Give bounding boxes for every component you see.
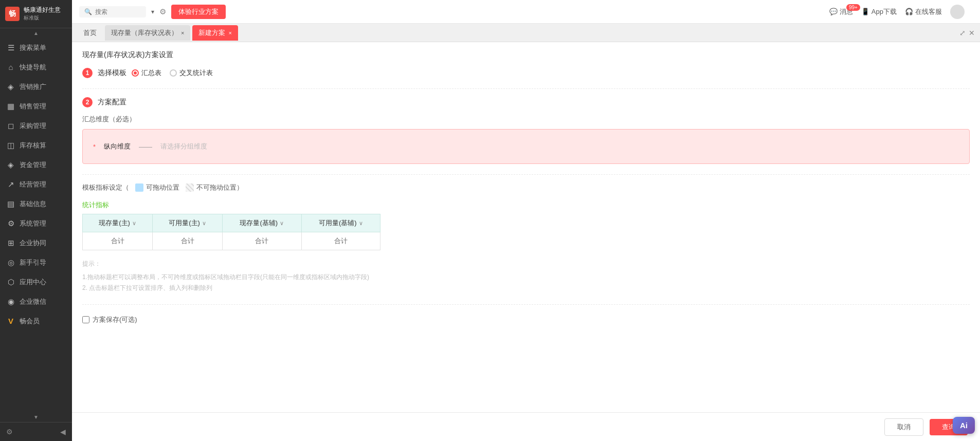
radio-cross-label: 交叉统计表	[179, 68, 213, 78]
compass-icon: ◎	[6, 258, 15, 267]
dimension-placeholder: 请选择分组维度	[160, 142, 207, 151]
stats-label: 统计指标	[82, 200, 970, 210]
draggable-box	[135, 183, 143, 192]
sidebar: 畅 畅康通好生意 标准版 ▲ ☰ 搜索菜单 ⌂ 快捷导航 ◈ 营销推广 ▦ 销售…	[0, 0, 72, 441]
col-header-4[interactable]: 可用量(基辅) ∨	[301, 214, 380, 232]
template-indicator-label: 模板指标设定（	[82, 183, 129, 192]
sidebar-item-label: 企业协同	[20, 238, 46, 248]
dimension-box[interactable]: * 纵向维度 —— 请选择分组维度	[82, 129, 970, 164]
vip-icon: V	[6, 317, 15, 325]
sidebar-item-basic-info[interactable]: ▤ 基础信息	[0, 194, 72, 214]
cart-icon: ◻	[6, 121, 15, 131]
topbar-dropdown[interactable]: ▾	[151, 8, 154, 15]
message-icon: 💬	[829, 8, 838, 15]
sidebar-item-weixin[interactable]: ◉ 企业微信	[0, 292, 72, 311]
tab-inventory-close[interactable]: ×	[181, 30, 184, 36]
chart-icon: ▦	[6, 102, 15, 111]
sidebar-item-label: 新手引导	[20, 258, 46, 267]
radio-summary-dot	[132, 69, 139, 77]
topbar: 🔍 ▾ ⚙ 体验行业方案 💬 消息 99+ 📱 App下载 🎧 在线客服	[72, 0, 980, 24]
col-1-chevron: ∨	[132, 220, 136, 227]
message-badge: 99+	[846, 4, 860, 11]
service-button[interactable]: 🎧 在线客服	[905, 7, 942, 16]
col-header-1[interactable]: 现存量(主) ∨	[83, 214, 153, 232]
radio-cross[interactable]: 交叉统计表	[170, 68, 213, 78]
col-4-name: 可用量(基辅)	[319, 218, 357, 228]
col-2-name: 可用量(主)	[169, 218, 200, 228]
topbar-search-area[interactable]: 🔍	[79, 6, 146, 17]
sidebar-item-inventory[interactable]: ◫ 库存核算	[0, 136, 72, 155]
tab-close-all-icon[interactable]: ✕	[969, 29, 975, 37]
sidebar-item-label: 搜索菜单	[20, 43, 46, 52]
step1-section: 1 选择模板 汇总表 交叉统计表	[82, 68, 970, 78]
step1-radios: 汇总表 交叉统计表	[132, 68, 213, 78]
page-title: 现存量(库存状况表)方案设置	[82, 50, 970, 60]
tips-title: 提示：	[82, 259, 970, 270]
template-indicator: 模板指标设定（ 可拖动位置 不可拖动位置）	[82, 183, 970, 192]
sidebar-item-label: 应用中心	[20, 278, 46, 287]
draggable-label: 可拖动位置	[146, 183, 179, 192]
sidebar-scroll-down[interactable]: ▼	[0, 412, 72, 422]
save-checkbox[interactable]	[82, 316, 89, 323]
step1-header: 1 选择模板 汇总表 交叉统计表	[82, 68, 970, 78]
radio-summary-label: 汇总表	[141, 68, 161, 78]
sidebar-item-quicknav[interactable]: ⌂ 快捷导航	[0, 58, 72, 77]
draggable-indicator: 可拖动位置	[135, 183, 179, 192]
sidebar-item-marketing[interactable]: ◈ 营销推广	[0, 77, 72, 97]
tab-inventory[interactable]: 现存量（库存状况表） ×	[105, 25, 190, 41]
trend-icon: ↗	[6, 180, 15, 189]
trial-button[interactable]: 体验行业方案	[171, 5, 226, 19]
sidebar-item-appcenter[interactable]: ⬡ 应用中心	[0, 272, 72, 292]
message-button[interactable]: 💬 消息 99+	[829, 7, 853, 16]
sidebar-item-sales[interactable]: ▦ 销售管理	[0, 97, 72, 116]
footer: 取消 查询	[72, 412, 980, 441]
box-icon: ◫	[6, 141, 15, 150]
fixed-box	[186, 183, 194, 192]
fixed-indicator: 不可拖动位置）	[186, 183, 243, 192]
topbar-gear-icon[interactable]: ⚙	[159, 7, 166, 16]
col-header-3[interactable]: 现存量(基辅) ∨	[223, 214, 301, 232]
sidebar-item-search[interactable]: ☰ 搜索菜单	[0, 38, 72, 58]
tab-new-plan[interactable]: 新建方案 ×	[192, 25, 238, 41]
user-avatar[interactable]	[950, 5, 965, 19]
required-mark: *	[93, 143, 96, 151]
fixed-label: 不可拖动位置）	[196, 183, 243, 192]
tab-new-plan-close[interactable]: ×	[228, 30, 231, 36]
step2-section: 2 方案配置 汇总维度（必选） * 纵向维度 —— 请选择分组维度 模板指标设定…	[82, 97, 970, 294]
step2-header: 2 方案配置	[82, 97, 970, 107]
collapse-icon[interactable]: ◀	[60, 428, 66, 436]
sidebar-scroll-up[interactable]: ▲	[0, 28, 72, 38]
stats-section: 统计指标 现存量(主) ∨ 可用量	[82, 200, 970, 250]
sidebar-item-label: 采购管理	[20, 121, 46, 131]
app-download-button[interactable]: 📱 App下载	[861, 7, 897, 16]
sidebar-item-label: 库存核算	[20, 141, 46, 150]
service-label: 在线客服	[915, 7, 942, 16]
cancel-button[interactable]: 取消	[884, 418, 923, 436]
tab-maximize-icon[interactable]: ⤢	[959, 29, 966, 37]
sidebar-item-collab[interactable]: ⊞ 企业协同	[0, 233, 72, 253]
ai-fab-button[interactable]: Ai	[953, 417, 975, 434]
sidebar-item-label: 销售管理	[20, 102, 46, 111]
col-header-2[interactable]: 可用量(主) ∨	[153, 214, 223, 232]
sidebar-item-member[interactable]: V 畅会员	[0, 311, 72, 331]
cell-1: 合计	[83, 232, 153, 250]
sidebar-item-management[interactable]: ↗ 经营管理	[0, 175, 72, 194]
tab-inventory-label: 现存量（库存状况表）	[111, 28, 178, 38]
radio-summary[interactable]: 汇总表	[132, 68, 161, 78]
sidebar-bottom: ⚙ ◀	[0, 422, 72, 441]
sidebar-item-system[interactable]: ⚙ 系统管理	[0, 214, 72, 233]
apps-icon: ⬡	[6, 278, 15, 287]
save-label: 方案保存(可选)	[93, 315, 137, 324]
table-row: 合计 合计 合计 合计	[83, 232, 380, 250]
search-icon: 🔍	[84, 8, 92, 15]
sidebar-item-finance[interactable]: ◈ 资金管理	[0, 155, 72, 175]
summary-dim-label: 汇总维度（必选）	[82, 115, 970, 124]
sidebar-item-newuser[interactable]: ◎ 新手引导	[0, 253, 72, 272]
topbar-right: 💬 消息 99+ 📱 App下载 🎧 在线客服	[829, 5, 973, 19]
search-input[interactable]	[95, 8, 136, 15]
cell-2: 合计	[153, 232, 223, 250]
col-1-name: 现存量(主)	[99, 218, 130, 228]
sidebar-item-purchase[interactable]: ◻ 采购管理	[0, 116, 72, 136]
tab-home[interactable]: 首页	[77, 25, 103, 41]
settings-icon[interactable]: ⚙	[6, 428, 13, 436]
